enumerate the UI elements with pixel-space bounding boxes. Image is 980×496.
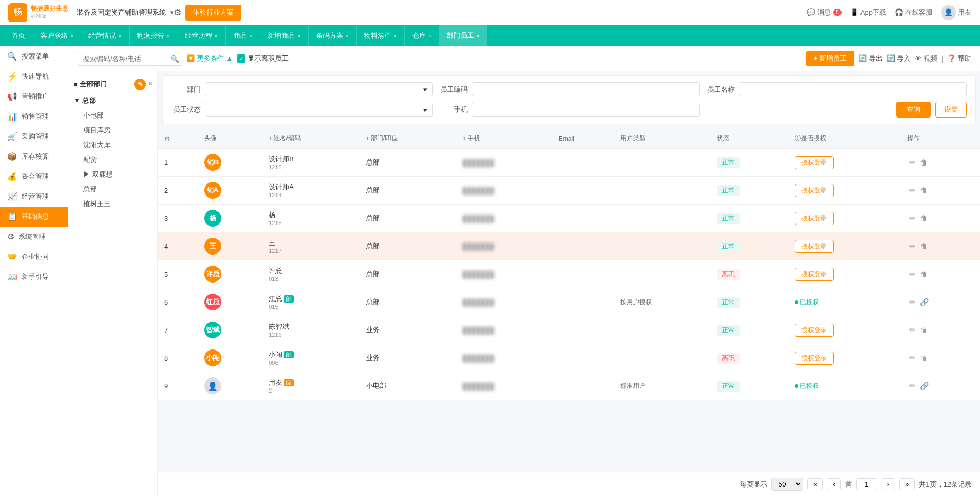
dept-tree-item-general[interactable]: ▼ 总部 (68, 93, 157, 108)
delete-btn[interactable]: 🗑 (918, 185, 929, 196)
th-name[interactable]: ↕ 姓名/编码 (262, 129, 359, 149)
delete-btn[interactable]: 🗑 (918, 325, 929, 335)
authorize-btn[interactable]: 授权登录 (795, 240, 834, 253)
sidebar-item-purchase[interactable]: 🛒 采购管理 (0, 127, 68, 147)
tab-customer[interactable]: 客户联络 × (33, 25, 81, 46)
empname-input[interactable] (739, 82, 967, 96)
export-btn[interactable]: 🔄 导出 (858, 54, 883, 63)
empcode-input[interactable] (472, 82, 700, 96)
dept-tree-item-shuanglu[interactable]: ▶ 双鹿想 (68, 167, 157, 182)
delete-btn[interactable]: 🗑 (918, 241, 929, 251)
query-btn[interactable]: 查询 (896, 102, 931, 118)
delete-btn[interactable]: 🗑 (918, 353, 929, 363)
close-icon[interactable]: × (393, 33, 397, 39)
dept-tree-item-zongbu[interactable]: 总部 (68, 182, 157, 197)
per-page-select[interactable]: 50 100 200 (771, 478, 803, 491)
import-btn[interactable]: 🔄 导入 (887, 54, 911, 63)
next-page-btn[interactable]: › (882, 478, 895, 490)
tab-profit[interactable]: 利润报告 × (130, 25, 177, 46)
edit-btn[interactable]: ✏ (907, 157, 918, 168)
close-icon[interactable]: × (214, 33, 217, 39)
prev-page-btn[interactable]: ‹ (827, 478, 840, 490)
th-settings[interactable]: ⚙ (158, 129, 198, 149)
delete-btn[interactable]: 🔗 (918, 381, 931, 391)
edit-btn[interactable]: ✏ (907, 297, 918, 307)
msg-action[interactable]: 💬 消息 5 (807, 8, 842, 17)
close-icon[interactable]: × (428, 33, 431, 39)
authorize-btn[interactable]: 授权登录 (795, 324, 834, 337)
tab-history[interactable]: 经营历程 × (177, 25, 225, 46)
dept-edit-icon[interactable]: ✎ (134, 79, 146, 90)
help-btn[interactable]: ❓ 帮助 (947, 54, 972, 63)
close-icon[interactable]: × (118, 33, 121, 39)
app-download-action[interactable]: 📱 App下载 (850, 8, 886, 17)
dept-tree-item-zhishu[interactable]: 植树王三 (68, 197, 157, 211)
authorize-btn[interactable]: 授权登录 (795, 212, 834, 225)
first-page-btn[interactable]: « (807, 478, 823, 490)
sidebar-item-basic[interactable]: 📋 基础信息 (0, 207, 68, 227)
delete-btn[interactable]: 🗑 (918, 269, 929, 279)
more-filter-btn[interactable]: 🔽 更多条件 ▲ (186, 54, 233, 63)
edit-btn[interactable]: ✏ (907, 213, 918, 223)
th-dept[interactable]: ↕ 部门/职位 (360, 129, 457, 149)
edit-btn[interactable]: ✏ (907, 325, 918, 335)
edit-btn[interactable]: ✏ (907, 269, 918, 279)
page-number-input[interactable] (856, 478, 877, 490)
dept-tree-item-shenyang[interactable]: 沈阳大库 (68, 138, 157, 152)
trial-btn[interactable]: 体验行业方案 (185, 5, 241, 21)
edit-btn[interactable]: ✏ (907, 381, 918, 391)
authorize-btn[interactable]: 授权登录 (795, 268, 834, 281)
delete-btn[interactable]: 🔗 (918, 297, 931, 307)
authorize-btn[interactable]: 授权登录 (795, 352, 834, 365)
close-icon[interactable]: × (345, 33, 349, 39)
system-dropdown-btn[interactable]: ▾ (170, 8, 174, 16)
set-btn[interactable]: 设置 (935, 102, 967, 118)
dept-tree-item-xiaodian[interactable]: 小电部 (68, 108, 157, 123)
search-input[interactable] (77, 52, 182, 66)
close-icon[interactable]: × (166, 33, 170, 39)
sidebar-item-nav[interactable]: ⚡ 快速导航 (0, 66, 68, 86)
sidebar-item-guide[interactable]: 📖 新手引导 (0, 267, 68, 287)
dept-tree-item-project[interactable]: 项目库房 (68, 123, 157, 138)
sidebar-item-sales[interactable]: 📊 销售管理 (0, 106, 68, 127)
edit-btn[interactable]: ✏ (907, 353, 918, 363)
add-employee-btn[interactable]: + 新增员工 (806, 51, 854, 66)
delete-btn[interactable]: 🗑 (918, 213, 929, 223)
tab-home[interactable]: 首页 (4, 25, 33, 46)
tab-goods[interactable]: 商品 × (226, 25, 260, 46)
show-resigned-checkbox[interactable]: ✓ 显示离职员工 (237, 54, 289, 63)
th-phone[interactable]: ↕ 手机 (457, 129, 552, 149)
edit-btn[interactable]: ✏ (907, 185, 918, 196)
sidebar-item-finance[interactable]: 💰 资金管理 (0, 167, 68, 187)
tab-dept-staff[interactable]: 部门员工 × (439, 25, 487, 46)
sidebar-item-collab[interactable]: 🤝 企业协同 (0, 247, 68, 267)
dept-tree-item-peihuo[interactable]: 配货 (68, 152, 157, 167)
authorize-btn[interactable]: 授权登录 (795, 156, 834, 169)
view-btn[interactable]: 👁 视频 (915, 54, 937, 63)
tab-operation[interactable]: 经营情况 × (81, 25, 129, 46)
tab-add-goods[interactable]: 新增商品 × (260, 25, 308, 46)
search-icon-btn[interactable]: 🔍 (171, 55, 179, 63)
sidebar-item-marketing[interactable]: 📢 营销推广 (0, 86, 68, 106)
tab-warehouse[interactable]: 仓库 × (405, 25, 439, 46)
last-page-btn[interactable]: » (899, 478, 915, 490)
online-service-action[interactable]: 🎧 在线客服 (895, 8, 933, 17)
phone-input[interactable] (472, 103, 700, 117)
edit-btn[interactable]: ✏ (907, 241, 918, 251)
close-icon[interactable]: × (297, 33, 300, 39)
close-icon[interactable]: × (476, 33, 479, 39)
authorize-btn[interactable]: 授权登录 (795, 184, 834, 197)
sidebar-item-inventory[interactable]: 📦 库存核算 (0, 147, 68, 167)
user-action[interactable]: 👤 用友 (941, 5, 972, 20)
close-icon[interactable]: × (249, 33, 252, 39)
sidebar-item-biz[interactable]: 📈 经营管理 (0, 187, 68, 207)
sidebar-item-system[interactable]: ⚙ 系统管理 (0, 227, 68, 247)
settings-gear-btn[interactable]: ⚙ (174, 7, 181, 17)
dept-filter-select[interactable]: ▾ (205, 82, 433, 96)
status-filter-select[interactable]: ▾ (205, 103, 433, 117)
sidebar-item-search[interactable]: 🔍 搜索菜单 (0, 46, 68, 66)
close-icon[interactable]: × (70, 33, 73, 39)
tab-bom[interactable]: 物料清单 × (357, 25, 404, 46)
tab-barcode[interactable]: 条码方案 × (309, 25, 357, 46)
dept-collapse-btn[interactable]: « (148, 79, 152, 90)
